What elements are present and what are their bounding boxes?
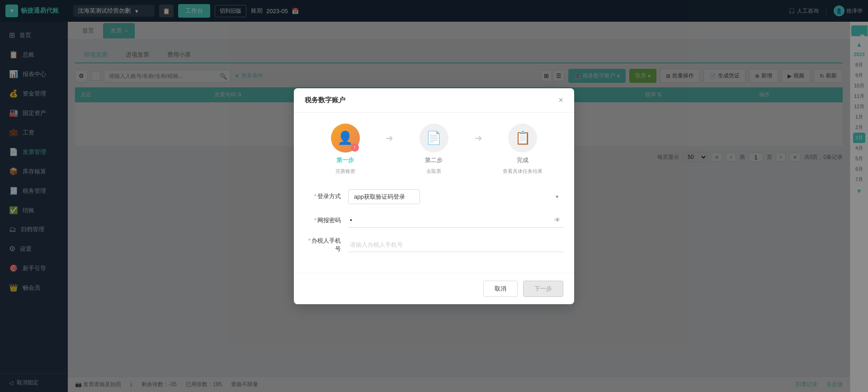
step1-desc: 完善账密 — [335, 168, 355, 175]
tax-account-modal: 税务数字账户 × 👤 ! 第一步 完善账密 ➔ — [294, 88, 574, 304]
modal-body: 👤 ! 第一步 完善账密 ➔ 📄 第二步 去取票 ➔ — [294, 113, 574, 273]
login-method-label: *登录方式 — [305, 192, 341, 201]
step3-desc: 查看具体任务结果 — [503, 168, 542, 175]
step2-doc-icon: 📄 — [426, 130, 442, 145]
step-1: 👤 ! 第一步 完善账密 — [305, 124, 386, 175]
modal-header: 税务数字账户 × — [294, 88, 574, 113]
step1-label: 第一步 — [336, 156, 354, 164]
step1-error-badge: ! — [351, 143, 359, 152]
steps: 👤 ! 第一步 完善账密 ➔ 📄 第二步 去取票 ➔ — [305, 124, 563, 175]
modal-title: 税务数字账户 — [305, 96, 345, 105]
cancel-button[interactable]: 取消 — [483, 281, 518, 297]
login-method-row: *登录方式 app获取验证码登录 密码登录 ▾ — [305, 189, 563, 204]
password-input[interactable] — [348, 213, 563, 227]
password-row: *网报密码 👁 — [305, 213, 563, 228]
step1-icon-wrap: 👤 ! — [331, 124, 360, 153]
step2-icon-wrap: 📄 — [420, 124, 448, 153]
step3-clipboard-icon: 📋 — [515, 130, 531, 145]
login-method-select[interactable]: app获取验证码登录 密码登录 — [348, 189, 420, 204]
step-arrow-1: ➔ — [386, 124, 393, 143]
step2-desc: 去取票 — [426, 168, 441, 175]
modal-close-button[interactable]: × — [558, 96, 563, 105]
step-arrow-2: ➔ — [475, 124, 482, 143]
next-step-button[interactable]: 下一步 — [523, 281, 563, 297]
login-method-select-wrap: app获取验证码登录 密码登录 ▾ — [348, 189, 563, 204]
step1-person-icon: 👤 — [337, 130, 353, 145]
modal-overlay: 税务数字账户 × 👤 ! 第一步 完善账密 ➔ — [0, 0, 868, 392]
toggle-password-icon[interactable]: 👁 — [554, 216, 561, 224]
password-label: *网报密码 — [305, 216, 341, 225]
step2-label: 第二步 — [425, 156, 443, 164]
step3-icon-wrap: 📋 — [508, 124, 537, 153]
modal-form: *登录方式 app获取验证码登录 密码登录 ▾ *网报密码 — [305, 189, 563, 253]
modal-footer: 取消 下一步 — [294, 273, 574, 304]
phone-row: *办税人手机号 — [305, 237, 563, 253]
phone-label: *办税人手机号 — [305, 237, 341, 253]
step3-label: 完成 — [517, 156, 528, 164]
step-3: 📋 完成 查看具体任务结果 — [482, 124, 563, 175]
step-2: 📄 第二步 去取票 — [393, 124, 474, 175]
phone-input[interactable] — [348, 238, 563, 252]
select-chevron-icon: ▾ — [556, 193, 559, 200]
password-input-wrap: 👁 — [348, 213, 563, 228]
